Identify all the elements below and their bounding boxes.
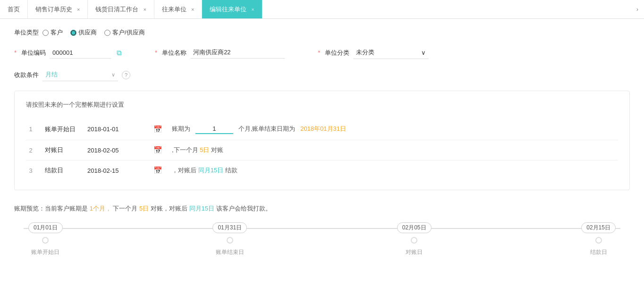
preview-text3: 对账，对账后 [151,205,187,212]
timeline-item-1: 01月31日 账单结束日 [212,222,247,256]
close-partner-unit[interactable]: × [191,7,194,12]
tab-edit-partner-unit[interactable]: 编辑往来单位 × [202,0,262,18]
step2-highlight: 5日 [200,146,209,153]
period-unit: 个月,账单结束日期为 [238,125,296,132]
unit-info-row: * 单位编码 ⧉ * 单位名称 * 单位分类 未分类 ∨ [14,46,630,59]
payment-chevron-icon: ∨ [111,72,115,78]
step-num-3: 3 [26,167,35,174]
preview-suffix: 该客户会给我打款。 [216,205,271,212]
tab-home[interactable]: 首页 [0,0,28,18]
close-edit-partner-unit[interactable]: × [251,7,254,12]
unit-classify-value: 未分类 [356,48,419,57]
radio-supplier-label: 供应商 [78,28,97,37]
close-cash-clearing[interactable]: × [143,7,146,12]
timeline-container: 01月01日 账单开始日 01月31日 账单结束日 02月05日 对账日 02月… [14,222,630,256]
unit-name-input[interactable] [190,47,285,59]
timeline-badge-2: 02月05日 [397,222,432,233]
unit-classify-field: * 单位分类 未分类 ∨ [318,46,429,59]
radio-customer[interactable]: 客户 [42,28,63,37]
radio-supplier[interactable]: 供应商 [70,28,97,37]
tab-more-button[interactable]: › [631,0,644,18]
step-date-2: 2018-02-05 [87,147,144,154]
step-row-3: 3 结款日 2018-02-15 📅 ，对账后 同月15日 结款 [26,160,618,180]
close-sales-order-history[interactable]: × [77,7,80,12]
timeline-dot-3 [595,237,602,244]
step2-suffix: 对账 [211,146,223,153]
radio-both-input[interactable] [104,30,110,36]
period-end-date: 2018年01月31日 [300,125,346,132]
preview-section: 账期预览：当前客户账期是 1个月， 下一个月 5日 对账，对账后 同月15日 该… [14,198,630,256]
timeline-label-3: 结款日 [590,248,607,256]
period-label: 账期为 [172,125,190,132]
period-settings-section: 请按照未来的一个完整帐期进行设置 1 账单开始日 2018-01-01 📅 账期… [14,91,630,190]
step-row-2: 2 对账日 2018-02-05 📅 ,下一个月 5日 对账 [26,140,618,160]
payment-condition-label: 收款条件 [14,71,39,79]
step-desc-1: 账期为 个月,账单结束日期为 2018年01月31日 [172,124,618,134]
payment-condition-value: 月结 [45,70,110,79]
step3-suffix: 结款 [225,167,237,174]
payment-condition-select[interactable]: 月结 ∨ [42,68,118,81]
calendar-icon-1[interactable]: 📅 [153,125,162,134]
period-value-input[interactable] [195,124,233,134]
preview-text: 账期预览：当前客户账期是 1个月， 下一个月 5日 对账，对账后 同月15日 该… [14,204,630,213]
help-icon[interactable]: ? [122,71,130,79]
step2-prefix: ,下一个月 [172,146,198,153]
timeline-badge-0: 01月01日 [28,222,63,233]
step-num-1: 1 [26,126,35,133]
unit-code-star: * [14,49,17,56]
timeline-item-3: 02月15日 结款日 [581,222,616,256]
timeline-label-1: 账单结束日 [216,248,244,256]
payment-condition-row: 收款条件 月结 ∨ ? [14,68,630,81]
radio-customer-label: 客户 [51,28,63,37]
radio-supplier-input[interactable] [70,30,76,36]
timeline-badge-1: 01月31日 [212,222,247,233]
preview-highlight3: 同月15日 [189,205,214,212]
unit-classify-star: * [318,49,320,56]
chevron-right-icon: › [636,6,638,13]
unit-name-label: 单位名称 [162,49,186,57]
timeline-dot-2 [411,237,417,244]
main-content: 单位类型 客户 供应商 客户/供应商 * 单位编码 [0,19,644,287]
step-date-1: 2018-01-01 [87,126,144,133]
step-num-2: 2 [26,147,35,154]
unit-classify-select[interactable]: 未分类 ∨ [353,46,429,59]
step3-highlight: 同月15日 [198,167,223,174]
step-label-3: 结款日 [45,166,78,175]
unit-type-row: 单位类型 客户 供应商 客户/供应商 [14,28,630,37]
step-date-3: 2018-02-15 [87,167,144,174]
timeline-label-0: 账单开始日 [31,248,59,256]
preview-prefix: 账期预览：当前客户账期是 [14,205,88,212]
calendar-icon-2[interactable]: 📅 [153,146,162,154]
unit-code-input[interactable] [50,47,111,59]
timeline-dot-0 [42,237,49,244]
timeline-items: 01月01日 账单开始日 01月31日 账单结束日 02月05日 对账日 02月… [28,222,616,256]
timeline-item-2: 02月05日 对账日 [397,222,432,256]
step-label-1: 账单开始日 [45,125,78,134]
calendar-icon-3[interactable]: 📅 [153,166,162,175]
section-title: 请按照未来的一个完整帐期进行设置 [26,101,618,109]
payment-condition-field: 收款条件 月结 ∨ ? [14,68,130,81]
tab-partner-unit[interactable]: 往来单位 × [154,0,202,18]
step-label-2: 对账日 [45,146,78,154]
unit-type-label: 单位类型 [14,28,39,37]
preview-highlight2: 5日 [139,205,149,212]
timeline-badge-3: 02月15日 [581,222,616,233]
timeline-label-2: 对账日 [406,248,423,256]
unit-classify-label: 单位分类 [325,49,349,57]
tab-bar: 首页 销售订单历史 × 钱货日清工作台 × 往来单位 × 编辑往来单位 × › [0,0,644,19]
step-row-1: 1 账单开始日 2018-01-01 📅 账期为 个月,账单结束日期为 2018… [26,118,618,140]
tab-cash-clearing[interactable]: 钱货日清工作台 × [88,0,154,18]
copy-icon[interactable]: ⧉ [117,49,122,57]
radio-customer-input[interactable] [42,30,49,36]
timeline-dot-1 [227,237,233,244]
unit-type-radio-group: 客户 供应商 客户/供应商 [42,28,145,37]
preview-highlight1: 1个月， [90,205,111,212]
step-desc-2: ,下一个月 5日 对账 [172,146,618,154]
unit-type-field: 单位类型 客户 供应商 客户/供应商 [14,28,145,37]
unit-name-star: * [155,49,157,56]
timeline-item-0: 01月01日 账单开始日 [28,222,63,256]
radio-both[interactable]: 客户/供应商 [104,28,145,37]
step3-prefix: ，对账后 [172,167,196,174]
tab-sales-order-history[interactable]: 销售订单历史 × [28,0,88,18]
radio-both-label: 客户/供应商 [112,28,145,37]
